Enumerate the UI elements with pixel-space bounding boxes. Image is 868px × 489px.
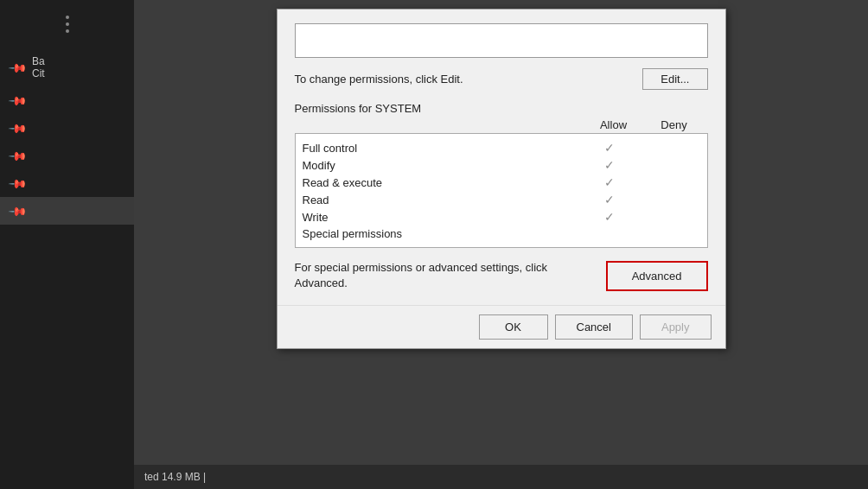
perm-row-read-execute: Read & execute ✓ (303, 174, 700, 191)
cancel-button[interactable]: Cancel (555, 314, 633, 340)
perm-row-write: Write ✓ (303, 208, 700, 225)
permissions-table: Full control ✓ Modify ✓ Read & execute ✓ (295, 133, 708, 248)
sidebar: 📌 BaCit 📌 📌 📌 📌 📌 (0, 0, 134, 489)
perm-row-modify: Modify ✓ (303, 156, 700, 174)
dialog-content: To change permissions, click Edit. Edit.… (278, 10, 725, 305)
pin-icon-6: 📌 (8, 200, 28, 220)
pin-icon-4: 📌 (8, 145, 28, 165)
permissions-columns-header: Allow Deny (295, 118, 708, 131)
apply-button[interactable]: Apply (640, 314, 712, 340)
perm-allow-full-control: ✓ (579, 141, 640, 155)
sidebar-item-1[interactable]: 📌 BaCit (0, 48, 134, 86)
perm-name-full-control: Full control (303, 142, 579, 155)
dot-2 (66, 22, 69, 26)
perm-name-read: Read (303, 194, 579, 206)
sidebar-item-3[interactable]: 📌 (0, 114, 134, 142)
dialog-footer: OK Cancel Apply (278, 305, 725, 348)
perm-allow-write: ✓ (579, 210, 640, 224)
perm-row-special: Special permissions (303, 225, 700, 242)
permissions-dialog: To change permissions, click Edit. Edit.… (277, 9, 726, 349)
perm-name-write: Write (303, 211, 579, 224)
sidebar-dots (0, 7, 134, 41)
ok-button[interactable]: OK (479, 314, 548, 340)
dot-3 (66, 29, 69, 33)
advanced-text: For special permissions or advanced sett… (295, 260, 554, 291)
sidebar-item-5[interactable]: 📌 (0, 169, 134, 197)
advanced-section: For special permissions or advanced sett… (295, 260, 708, 291)
sidebar-item-2[interactable]: 📌 (0, 86, 134, 114)
perm-allow-read-execute: ✓ (579, 175, 640, 189)
change-permissions-row: To change permissions, click Edit. Edit.… (295, 68, 708, 90)
perm-row-full-control: Full control ✓ (303, 139, 700, 156)
pin-icon-2: 📌 (8, 90, 28, 110)
sidebar-item-label-1: BaCit (32, 55, 45, 79)
check-read-execute: ✓ (604, 175, 615, 189)
perm-name-read-execute: Read & execute (303, 176, 579, 189)
main-area: To change permissions, click Edit. Edit.… (134, 0, 868, 489)
perm-name-special: Special permissions (303, 227, 579, 240)
text-area-mock (295, 23, 708, 58)
advanced-button[interactable]: Advanced (606, 261, 708, 291)
permissions-for-label: Permissions for SYSTEM (295, 102, 708, 115)
perm-row-read: Read ✓ (303, 191, 700, 208)
statusbar: ted 14.9 MB | (134, 465, 868, 489)
pin-icon-5: 📌 (8, 173, 28, 193)
check-full-control: ✓ (604, 141, 615, 155)
perm-allow-read: ✓ (579, 193, 640, 206)
check-modify: ✓ (604, 158, 615, 172)
allow-col-header: Allow (584, 118, 644, 131)
sidebar-item-4[interactable]: 📌 (0, 142, 134, 169)
check-write: ✓ (604, 210, 615, 224)
pin-icon: 📌 (8, 57, 28, 77)
change-permissions-text: To change permissions, click Edit. (295, 73, 463, 86)
deny-col-header: Deny (644, 118, 705, 131)
edit-button[interactable]: Edit... (642, 68, 707, 90)
check-read: ✓ (604, 193, 615, 206)
statusbar-text: ted 14.9 MB | (144, 471, 206, 483)
perm-name-modify: Modify (303, 159, 579, 172)
dot-1 (66, 16, 69, 19)
pin-icon-3: 📌 (8, 117, 28, 137)
dialog-overlay: To change permissions, click Edit. Edit.… (134, 0, 868, 489)
sidebar-item-6[interactable]: 📌 (0, 197, 134, 225)
perm-allow-modify: ✓ (579, 158, 640, 172)
